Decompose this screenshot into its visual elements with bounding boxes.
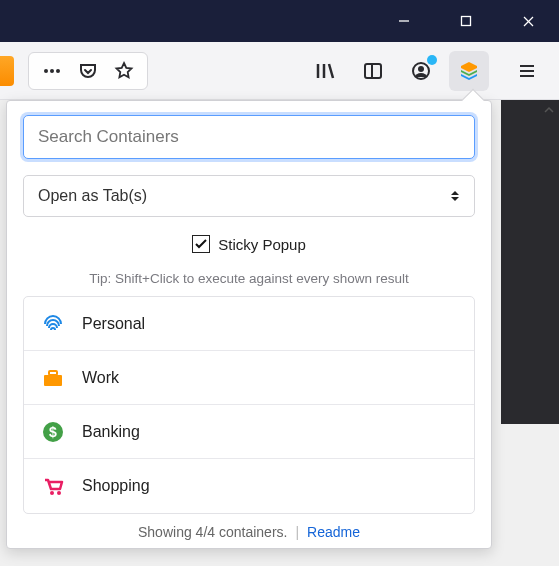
minimize-button[interactable] xyxy=(373,0,435,42)
chevron-up-icon xyxy=(544,105,554,115)
svg-rect-18 xyxy=(49,371,57,375)
maximize-button[interactable] xyxy=(435,0,497,42)
account-button[interactable] xyxy=(401,51,441,91)
sidebar-icon xyxy=(362,60,384,82)
separator: | xyxy=(295,524,299,540)
svg-point-13 xyxy=(418,66,424,72)
svg-rect-17 xyxy=(44,375,62,386)
window-titlebar xyxy=(0,0,559,42)
footer-status: Showing 4/4 containers. xyxy=(138,524,287,540)
checkmark-icon xyxy=(194,237,208,251)
svg-point-4 xyxy=(44,69,48,73)
svg-point-6 xyxy=(56,69,60,73)
open-action-label: Open as Tab(s) xyxy=(38,187,147,205)
container-label: Banking xyxy=(82,423,140,441)
container-item-shopping[interactable]: Shopping xyxy=(24,459,474,513)
svg-point-21 xyxy=(50,491,54,495)
svg-rect-1 xyxy=(462,17,471,26)
container-label: Work xyxy=(82,369,119,387)
scroll-up-button[interactable] xyxy=(542,103,556,117)
pocket-icon xyxy=(77,60,99,82)
sticky-popup-toggle[interactable]: Sticky Popup xyxy=(7,223,491,259)
pocket-button[interactable] xyxy=(75,58,101,84)
fingerprint-icon xyxy=(38,309,68,339)
popup-footer: Showing 4/4 containers. | Readme xyxy=(7,514,491,542)
more-icon xyxy=(41,60,63,82)
svg-text:$: $ xyxy=(49,424,57,440)
page-actions-group xyxy=(28,52,148,90)
sidebar-button[interactable] xyxy=(353,51,393,91)
more-button[interactable] xyxy=(39,58,65,84)
minimize-icon xyxy=(398,15,410,27)
readme-link[interactable]: Readme xyxy=(307,524,360,540)
search-containers-input[interactable] xyxy=(23,115,475,159)
bookmark-button[interactable] xyxy=(111,58,137,84)
containers-extension-button[interactable] xyxy=(449,51,489,91)
svg-point-5 xyxy=(50,69,54,73)
briefcase-icon xyxy=(38,363,68,393)
cart-icon xyxy=(38,471,68,501)
sticky-popup-label: Sticky Popup xyxy=(218,236,306,253)
sticky-checkbox[interactable] xyxy=(192,235,210,253)
library-button[interactable] xyxy=(305,51,345,91)
container-indicator xyxy=(0,56,14,86)
container-item-personal[interactable]: Personal xyxy=(24,297,474,351)
select-arrows-icon xyxy=(450,190,460,202)
menu-icon xyxy=(517,61,537,81)
close-icon xyxy=(522,15,535,28)
library-icon xyxy=(314,60,336,82)
app-menu-button[interactable] xyxy=(507,51,547,91)
maximize-icon xyxy=(460,15,472,27)
containers-list: Personal Work $ Banking Shopping xyxy=(23,296,475,514)
container-item-banking[interactable]: $ Banking xyxy=(24,405,474,459)
page-background-dark xyxy=(501,100,559,424)
close-button[interactable] xyxy=(497,0,559,42)
dollar-icon: $ xyxy=(38,417,68,447)
open-action-select[interactable]: Open as Tab(s) xyxy=(23,175,475,217)
tip-text: Tip: Shift+Click to execute against ever… xyxy=(7,259,491,296)
containers-popup: Open as Tab(s) Sticky Popup Tip: Shift+C… xyxy=(6,100,492,549)
containers-icon xyxy=(457,59,481,83)
star-icon xyxy=(113,60,135,82)
svg-line-9 xyxy=(329,64,333,78)
svg-point-22 xyxy=(57,491,61,495)
container-label: Shopping xyxy=(82,477,150,495)
notification-dot-icon xyxy=(427,55,437,65)
container-item-work[interactable]: Work xyxy=(24,351,474,405)
container-label: Personal xyxy=(82,315,145,333)
